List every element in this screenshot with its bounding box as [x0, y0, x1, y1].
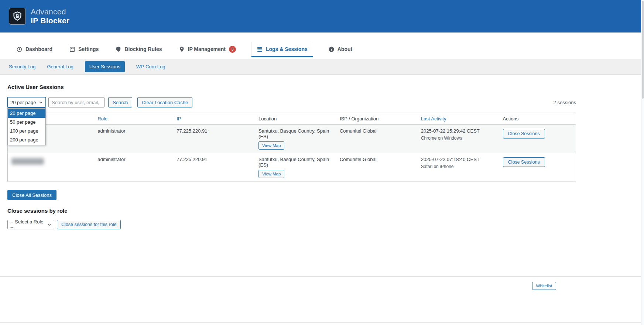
sessions-table: Role IP Location ISP / Organization Last… [7, 113, 576, 182]
role-select[interactable]: -- Select a Role -- [7, 220, 54, 229]
tab-settings[interactable]: Settings [68, 42, 100, 57]
tab-label: Blocking Rules [124, 46, 162, 52]
subtab-user-sessions[interactable]: User Sessions [85, 61, 125, 72]
per-page-value: 20 per page [10, 100, 36, 105]
tab-dashboard[interactable]: Dashboard [15, 42, 54, 57]
table-row: administrator 77.225.220.91 Santutxu, Ba… [8, 125, 576, 153]
per-page-dropdown-list: 20 per page 50 per page 100 per page 200… [7, 108, 46, 145]
cell-actions: Close Sessions [499, 153, 576, 182]
role-select-value: -- Select a Role -- [10, 219, 45, 230]
device-info: Safari on iPhone [421, 164, 496, 169]
column-header-role[interactable]: Role [94, 113, 173, 125]
dropdown-option[interactable]: 100 per page [8, 127, 45, 136]
close-sessions-button[interactable]: Close Sessions [503, 157, 545, 167]
tab-label: IP Management [188, 46, 226, 52]
cell-role: administrator [94, 125, 173, 153]
vertical-scrollbar[interactable] [641, 0, 644, 325]
column-header-actions: Actions [499, 113, 576, 125]
tab-label: Logs & Sessions [266, 46, 308, 52]
subtab-wp-cron-log[interactable]: WP-Cron Log [136, 64, 165, 69]
cell-isp: Comunitel Global [336, 153, 417, 182]
toolbar: 20 per page Search Clear Location Cache … [7, 97, 576, 107]
view-map-button[interactable]: View Map [258, 170, 284, 178]
main-content: Active User Sessions 20 per page Search … [7, 84, 576, 229]
cell-location: Santutxu, Basque Country, Spain (ES) Vie… [255, 125, 336, 153]
log-subtabs: Security Log General Log User Sessions W… [0, 59, 644, 75]
cell-location: Santutxu, Basque Country, Spain (ES) Vie… [255, 153, 336, 182]
main-tabbar: Dashboard Settings Blocking Rules IP Man… [0, 42, 644, 57]
app-header: Advanced IP Blocker [0, 0, 644, 32]
chevron-down-icon [39, 100, 43, 105]
last-activity-time: 2025-07-22 15:29:42 CEST [421, 128, 496, 134]
column-header-last-activity[interactable]: Last Activity [417, 113, 499, 125]
brand-line2: IP Blocker [31, 16, 69, 25]
list-icon [257, 46, 263, 52]
close-sessions-button[interactable]: Close Sessions [503, 129, 545, 138]
tab-about[interactable]: About [327, 42, 354, 57]
cell-role: administrator [94, 153, 173, 182]
ip-management-badge: 3 [229, 46, 236, 53]
tab-blocking-rules[interactable]: Blocking Rules [114, 42, 163, 57]
view-map-button[interactable]: View Map [258, 141, 284, 150]
clear-location-cache-button[interactable]: Clear Location Cache [137, 97, 192, 107]
dropdown-option[interactable]: 20 per page [8, 109, 45, 118]
whitelist-button[interactable]: Whitelist [532, 282, 556, 290]
close-sessions-for-role-button[interactable]: Close sessions for this role [57, 220, 121, 229]
user-name-redacted [11, 158, 44, 165]
subtab-security-log[interactable]: Security Log [9, 64, 35, 69]
close-all-sessions-button[interactable]: Close All Sessions [7, 190, 56, 200]
tab-ip-management[interactable]: IP Management 3 [177, 42, 237, 57]
tab-label: About [338, 46, 352, 52]
role-controls: -- Select a Role -- Close sessions for t… [7, 220, 576, 229]
search-button[interactable]: Search [108, 97, 132, 107]
sliders-icon [69, 46, 75, 52]
cell-actions: Close Sessions [499, 125, 576, 153]
brand-line1: Advanced [31, 7, 69, 16]
close-by-role-title: Close sessions by role [7, 208, 576, 214]
shield-lock-icon [12, 11, 23, 22]
cell-isp: Comunitel Global [336, 125, 417, 153]
tab-label: Dashboard [25, 46, 52, 52]
cell-ip: 77.225.220.91 [173, 153, 255, 182]
cell-last-activity: 2025-07-22 15:29:42 CEST Chrome on Windo… [417, 125, 499, 153]
cell-last-activity: 2025-07-22 07:18:40 CEST Safari on iPhon… [417, 153, 499, 182]
app-logo [9, 8, 26, 25]
device-info: Chrome on Windows [421, 136, 496, 141]
shield-icon [115, 46, 121, 52]
search-input[interactable] [48, 97, 105, 107]
page-title: Active User Sessions [7, 84, 576, 90]
brand-title: Advanced IP Blocker [31, 7, 69, 25]
cell-ip: 77.225.220.91 [173, 125, 255, 153]
table-row: administrator 77.225.220.91 Santutxu, Ba… [8, 153, 576, 182]
gauge-icon [16, 46, 23, 52]
dropdown-option[interactable]: 200 per page [8, 136, 45, 144]
subtab-general-log[interactable]: General Log [47, 64, 73, 69]
scrollbar-thumb[interactable] [642, 1, 644, 99]
map-pin-icon [179, 46, 185, 52]
tab-logs-sessions[interactable]: Logs & Sessions [251, 42, 313, 57]
last-activity-time: 2025-07-22 07:18:40 CEST [421, 157, 496, 162]
cell-user [8, 153, 94, 182]
sessions-count: 2 sessions [554, 100, 576, 105]
info-icon [328, 46, 335, 52]
table-header-row: Role IP Location ISP / Organization Last… [8, 113, 576, 125]
column-header-isp: ISP / Organization [336, 113, 417, 125]
column-header-ip[interactable]: IP [173, 113, 255, 125]
dropdown-option[interactable]: 50 per page [8, 118, 45, 127]
per-page-select[interactable]: 20 per page [7, 97, 46, 107]
tab-label: Settings [78, 46, 99, 52]
chevron-down-icon [47, 223, 51, 227]
location-text: Santutxu, Basque Country, Spain (ES) [258, 128, 332, 139]
footer-panel: Whitelist [0, 276, 641, 323]
location-text: Santutxu, Basque Country, Spain (ES) [258, 157, 332, 168]
column-header-location: Location [255, 113, 336, 125]
